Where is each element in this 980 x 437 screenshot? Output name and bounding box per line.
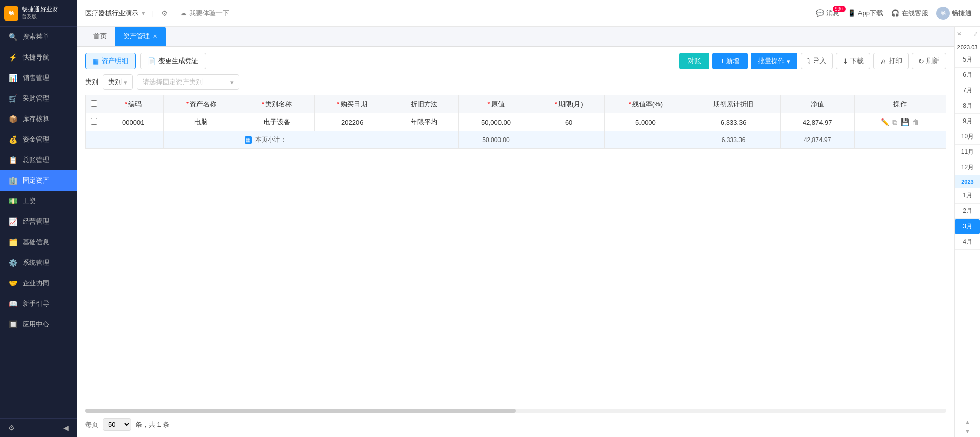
calendar-month[interactable]: 5月 <box>955 52 980 68</box>
right-panel-bottom: ▲ ▼ <box>955 416 980 437</box>
experience-link[interactable]: ☁ 我要体验一下 <box>180 9 229 18</box>
sidebar-item-finance[interactable]: 💰 资金管理 <box>0 129 77 150</box>
cloud-icon: ☁ <box>180 9 187 17</box>
tab-home[interactable]: 首页 <box>85 27 115 46</box>
change-voucher-tab[interactable]: 📄 变更生成凭证 <box>140 53 206 69</box>
cell-category-0: 电子设备 <box>239 113 314 131</box>
calendar-month[interactable]: 7月 <box>955 83 980 98</box>
close-panel-icon[interactable]: ✕ <box>957 31 962 37</box>
sidebar-item-search[interactable]: 🔍 搜索菜单 <box>0 27 77 47</box>
sidebar-item-payroll[interactable]: 💵 工资 <box>0 191 77 211</box>
company-selector[interactable]: 医疗器械行业演示 ▾ <box>85 9 145 18</box>
sidebar-item-purchase[interactable]: 🛒 采购管理 <box>0 88 77 109</box>
calendar-month[interactable]: 4月 <box>955 234 980 250</box>
download-btn2[interactable]: ⬇ 下载 <box>836 53 870 69</box>
notification-btn[interactable]: 💬 消息 99+ <box>816 9 839 18</box>
refresh-btn[interactable]: ↻ 刷新 <box>912 53 946 69</box>
category-type-text: 类别 <box>108 77 122 87</box>
cell-accumulated-0: 6,333.36 <box>687 113 780 131</box>
toolbar-actions: 对账 + 新增 批量操作 ▾ ⤵ 导入 ⬇ 下载 <box>679 53 946 69</box>
import-btn[interactable]: ⤵ 导入 <box>801 53 833 69</box>
expand-panel-icon[interactable]: ⤢ <box>973 31 978 37</box>
sidebar-item-quick-nav[interactable]: ⚡ 快捷导航 <box>0 47 77 68</box>
print-icon: 🖨 <box>880 57 887 65</box>
sidebar-item-ledger[interactable]: 📋 总账管理 <box>0 150 77 170</box>
sidebar-item-inventory[interactable]: 📦 库存核算 <box>0 109 77 129</box>
sidebar-item-fixed-assets[interactable]: 🏢 固定资产 <box>0 170 77 191</box>
subtotal-original: 50,000.00 <box>459 131 533 149</box>
sidebar-item-guide[interactable]: 📖 新手引导 <box>0 293 77 314</box>
sidebar-label-ledger: 总账管理 <box>23 155 49 165</box>
calendar-month[interactable]: 9月 <box>955 114 980 129</box>
filter-category-label: 类别 <box>85 77 98 87</box>
page-inner: ▦ 资产明细 📄 变更生成凭证 对账 + 新增 批量操作 ▾ <box>77 47 954 437</box>
scroll-indicator[interactable] <box>85 409 946 413</box>
sidebar-item-system[interactable]: ⚙️ 系统管理 <box>0 252 77 273</box>
subtotal-icon: ▦ <box>245 136 252 144</box>
notification-icon: 💬 <box>816 9 824 17</box>
batch-btn[interactable]: 批量操作 ▾ <box>751 53 797 69</box>
tab-close-icon[interactable]: ✕ <box>153 33 157 40</box>
sidebar-label-sales: 销售管理 <box>23 73 49 83</box>
asset-detail-icon: ▦ <box>93 57 99 65</box>
delete-icon-0[interactable]: 🗑 <box>912 118 919 127</box>
scroll-thumb <box>85 409 516 413</box>
basic-info-icon: 🗂️ <box>8 238 17 246</box>
calendar-month[interactable]: 8月 <box>955 98 980 114</box>
download-icon: 📱 <box>848 9 856 17</box>
refresh-icon: ↻ <box>918 57 924 65</box>
panel-down-arrow[interactable]: ▼ <box>965 428 971 435</box>
table-container: *编码 *资产名称 *类别名称 *购买日期 折旧方法 *原值 *期限(月) *残… <box>85 95 946 407</box>
calendar-month[interactable]: 6月 <box>955 68 980 83</box>
user-menu[interactable]: 畅 畅捷通 <box>936 7 972 20</box>
sidebar-item-operations[interactable]: 📈 经营管理 <box>0 211 77 232</box>
copy-icon-0[interactable]: ⧉ <box>892 118 897 127</box>
guide-icon: 📖 <box>8 300 17 308</box>
select-all-checkbox[interactable] <box>91 100 97 107</box>
page-size-select[interactable]: 102050100 <box>103 418 131 431</box>
filter-category-type[interactable]: 类别 ▾ <box>103 74 133 90</box>
calendar-month[interactable]: 3月 <box>955 219 980 234</box>
calendar-month[interactable]: 11月 <box>955 145 980 160</box>
panel-up-arrow[interactable]: ▲ <box>965 419 971 426</box>
filter-category-select[interactable]: 请选择固定资产类别 ▾ <box>137 74 239 90</box>
topbar-separator: | <box>151 9 153 17</box>
edit-icon-0[interactable]: ✏️ <box>881 118 889 127</box>
company-dropdown-icon: ▾ <box>142 9 145 17</box>
calendar-month[interactable]: 10月 <box>955 129 980 145</box>
tab-asset-management[interactable]: 资产管理 ✕ <box>115 27 166 46</box>
service-btn[interactable]: 🎧 在线客服 <box>891 9 928 18</box>
topbar: 医疗器械行业演示 ▾ | ⚙ ☁ 我要体验一下 💬 消息 99+ 📱 App下载… <box>77 0 980 27</box>
sidebar-item-basic-info[interactable]: 🗂️ 基础信息 <box>0 232 77 252</box>
select-all-header[interactable] <box>86 95 103 113</box>
home-tab-label: 首页 <box>93 32 107 41</box>
sidebar-item-app-center[interactable]: 🔲 应用中心 <box>0 314 77 334</box>
row-checkbox-0[interactable] <box>91 118 97 125</box>
print-btn[interactable]: 🖨 打印 <box>873 53 909 69</box>
settings-icon[interactable]: ⚙ <box>8 424 15 432</box>
account-btn[interactable]: 对账 <box>679 53 709 69</box>
calendar-month[interactable]: 2月 <box>955 204 980 219</box>
download-btn[interactable]: 📱 App下载 <box>848 9 883 18</box>
sales-icon: 📊 <box>8 74 17 82</box>
sidebar-header: 畅 畅捷通好业财 普及版 <box>0 0 77 27</box>
sidebar-label-payroll: 工资 <box>23 196 36 206</box>
col-net-value: 净值 <box>780 95 854 113</box>
cooperation-icon: 🤝 <box>8 279 17 287</box>
sidebar-item-cooperation[interactable]: 🤝 企业协同 <box>0 273 77 293</box>
calendar-month[interactable]: 12月 <box>955 160 980 175</box>
gear-icon[interactable]: ⚙ <box>161 9 168 17</box>
sidebar: 畅 畅捷通好业财 普及版 🔍 搜索菜单 ⚡ 快捷导航 📊 销售管理 🛒 采购管理… <box>0 0 77 437</box>
save-icon-0[interactable]: 💾 <box>901 118 909 127</box>
subtotal-net: 42,874.97 <box>780 131 854 149</box>
col-category: *类别名称 <box>239 95 314 113</box>
collapse-icon[interactable]: ◀ <box>63 424 69 432</box>
total-label: 条，共 1 条 <box>135 420 169 429</box>
sidebar-item-sales[interactable]: 📊 销售管理 <box>0 68 77 88</box>
calendar-month[interactable]: 1月 <box>955 188 980 204</box>
subtotal-label: 本页小计： <box>255 136 286 143</box>
asset-detail-tab[interactable]: ▦ 资产明细 <box>85 53 136 69</box>
new-btn[interactable]: + 新增 <box>712 53 748 69</box>
sidebar-label-app-center: 应用中心 <box>23 320 49 329</box>
cell-name-0: 电脑 <box>164 113 239 131</box>
